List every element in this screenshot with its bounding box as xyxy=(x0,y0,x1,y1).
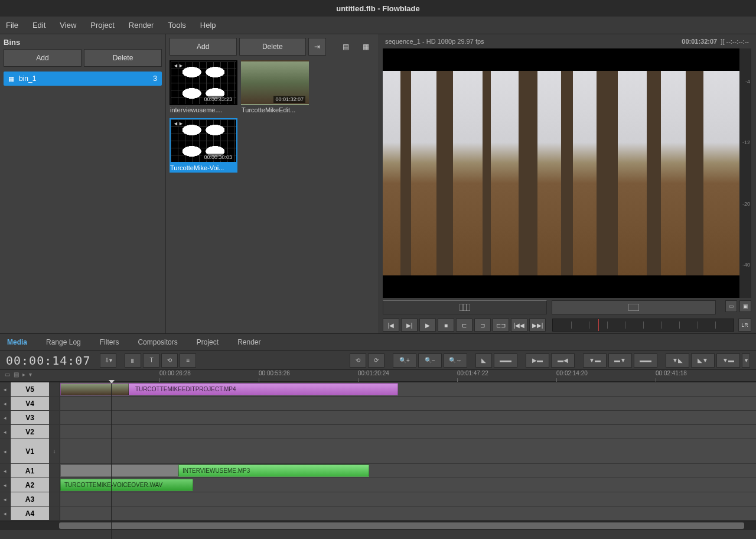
timeline-scrollbar[interactable] xyxy=(0,521,756,530)
list-tool-button[interactable]: ≡ xyxy=(180,353,196,368)
link-tool-button[interactable]: ⟲ xyxy=(161,353,178,368)
mark-out-button[interactable]: ⊐ xyxy=(474,319,491,332)
track-label[interactable]: A1 xyxy=(11,464,49,478)
zoom-in-button[interactable]: 🔍+ xyxy=(393,353,416,368)
trim-start-button[interactable]: ▶▬ xyxy=(526,353,549,368)
stop-button[interactable]: ■ xyxy=(438,319,454,332)
menu-tools[interactable]: Tools xyxy=(168,21,185,30)
track-body[interactable] xyxy=(60,397,756,410)
track-mute-toggle[interactable]: ◂ xyxy=(0,492,11,506)
mark-in-button[interactable]: ⊏ xyxy=(456,319,472,332)
track-body[interactable]: TURCOTTEMIKEEDITPROJECT.MP4 xyxy=(60,382,756,396)
clip-audio[interactable]: INTERVIEWUSEME.MP3 xyxy=(178,465,369,477)
tab-project[interactable]: Project xyxy=(197,338,219,346)
track-body[interactable]: TURCOTTEMIKE-VOICEOVER.WAV xyxy=(60,478,756,492)
track-mute-toggle[interactable]: ◂ xyxy=(0,397,11,410)
media-item[interactable]: 00:01:32:07 TurcotteMikeEdit... xyxy=(241,60,309,115)
insert-button[interactable]: ▬▼ xyxy=(608,353,632,368)
lift-button[interactable]: ▼◣ xyxy=(666,353,689,368)
view-grid-icon[interactable]: ▦ xyxy=(357,38,374,56)
ruler-marks-icon[interactable]: ▤ xyxy=(14,371,19,378)
next-frame-button[interactable]: ▶| xyxy=(401,319,418,332)
insert-mode-button[interactable]: ⇩▾ xyxy=(100,353,116,368)
view-mode-a-button[interactable]: ▭ xyxy=(725,300,737,312)
redo-button[interactable]: ⟳ xyxy=(368,353,384,368)
timeline-display-tab[interactable] xyxy=(383,300,547,314)
extract-button[interactable]: ◣▼ xyxy=(691,353,715,368)
audio-lr-button[interactable]: LR xyxy=(738,319,751,332)
bin-item[interactable]: ▦ bin_1 3 xyxy=(4,72,162,86)
text-tool-button[interactable]: T xyxy=(143,353,159,368)
prev-frame-button[interactable]: |◀ xyxy=(383,319,399,332)
track-mute-toggle[interactable]: ◂ xyxy=(0,478,11,492)
track-mute-toggle[interactable]: ◂ xyxy=(0,382,11,396)
track-body[interactable] xyxy=(60,439,756,463)
overwrite-button[interactable]: ▬▬ xyxy=(634,353,657,368)
menu-edit[interactable]: Edit xyxy=(32,21,45,30)
trim-end-button[interactable]: ▬◀ xyxy=(551,353,575,368)
track-expand[interactable]: ↓ xyxy=(49,448,60,454)
view-mode-b-button[interactable]: ▣ xyxy=(739,300,751,312)
track-body[interactable] xyxy=(60,492,756,506)
play-button[interactable]: ▶ xyxy=(419,319,436,332)
append-button[interactable]: ▼▬ xyxy=(583,353,607,368)
clip-audio[interactable]: TURCOTTEMIKE-VOICEOVER.WAV xyxy=(60,479,193,491)
track-label[interactable]: V1 xyxy=(11,439,49,463)
toolbar-dropdown[interactable]: ▾ xyxy=(742,353,750,368)
track-body[interactable] xyxy=(60,506,756,520)
tab-render[interactable]: Render xyxy=(237,338,260,346)
clip-display-tab[interactable] xyxy=(552,300,716,314)
clip-video[interactable]: TURCOTTEMIKEEDITPROJECT.MP4 xyxy=(60,383,398,395)
ripple-button[interactable]: ▼▬ xyxy=(716,353,740,368)
menu-file[interactable]: File xyxy=(6,21,18,30)
track-label[interactable]: A2 xyxy=(11,478,49,492)
goto-start-button[interactable]: |◀◀ xyxy=(511,319,527,332)
track-label[interactable]: V3 xyxy=(11,411,49,424)
bins-delete-button[interactable]: Delete xyxy=(84,49,162,67)
tab-media[interactable]: Media xyxy=(7,338,27,346)
track-label[interactable]: A4 xyxy=(11,506,49,520)
timeline-ruler[interactable]: ▭ ▤ ▸ ▾ 00:00:26:28 00:00:53:26 00:01:20… xyxy=(0,370,756,382)
cut-button[interactable]: ◣ xyxy=(475,353,492,368)
tab-rangelog[interactable]: Range Log xyxy=(46,338,81,346)
track-mute-toggle[interactable]: ◂ xyxy=(0,425,11,439)
media-item[interactable]: ◄► 00:00:30:03 TurcotteMike-Voi... xyxy=(170,118,237,173)
menu-help[interactable]: Help xyxy=(200,21,216,30)
media-item[interactable]: ◄► 00:00:43:23 interviewuseme.... xyxy=(170,60,237,115)
undo-button[interactable]: ⟲ xyxy=(350,353,366,368)
ruler-zoom-icon[interactable]: ▭ xyxy=(5,371,10,378)
zoom-fit-button[interactable]: 🔍↔ xyxy=(444,353,467,368)
track-mute-toggle[interactable]: ◂ xyxy=(0,506,11,520)
track-label[interactable]: V2 xyxy=(11,425,49,439)
view-small-icon[interactable]: ▤ xyxy=(337,38,354,56)
media-add-button[interactable]: Add xyxy=(170,38,237,56)
track-body[interactable] xyxy=(60,425,756,439)
media-import-button[interactable]: ⇥ xyxy=(308,38,326,56)
tab-compositors[interactable]: Compositors xyxy=(138,338,177,346)
menu-project[interactable]: Project xyxy=(90,21,114,30)
menu-render[interactable]: Render xyxy=(129,21,154,30)
track-mute-toggle[interactable]: ◂ xyxy=(0,464,11,478)
track-mute-toggle[interactable]: ◂ xyxy=(0,439,11,463)
track-body[interactable] xyxy=(60,411,756,424)
ruler-snap-icon[interactable]: ▸ xyxy=(22,371,25,378)
media-delete-button[interactable]: Delete xyxy=(239,38,307,56)
clip-blank[interactable] xyxy=(60,465,178,477)
track-label[interactable]: A3 xyxy=(11,492,49,506)
bins-add-button[interactable]: Add xyxy=(4,49,82,67)
jog-scrubber[interactable] xyxy=(552,319,734,332)
preview-monitor[interactable] xyxy=(383,48,739,298)
tab-filters[interactable]: Filters xyxy=(100,338,119,346)
goto-end-button[interactable]: ▶▶| xyxy=(529,319,546,332)
splice-button[interactable]: ▬▬ xyxy=(494,353,517,368)
zoom-out-button[interactable]: 🔍− xyxy=(418,353,442,368)
track-label[interactable]: V5 xyxy=(11,382,49,396)
mark-inout-button[interactable]: ⊏⊐ xyxy=(493,319,509,332)
track-body[interactable]: INTERVIEWUSEME.MP3 xyxy=(60,464,756,478)
mixer-button[interactable]: ⫼ xyxy=(125,353,141,368)
menu-view[interactable]: View xyxy=(60,21,76,30)
track-mute-toggle[interactable]: ◂ xyxy=(0,411,11,424)
ruler-playhead-icon[interactable]: ▾ xyxy=(29,371,32,378)
track-label[interactable]: V4 xyxy=(11,397,49,410)
scrollbar-thumb[interactable] xyxy=(59,522,744,529)
